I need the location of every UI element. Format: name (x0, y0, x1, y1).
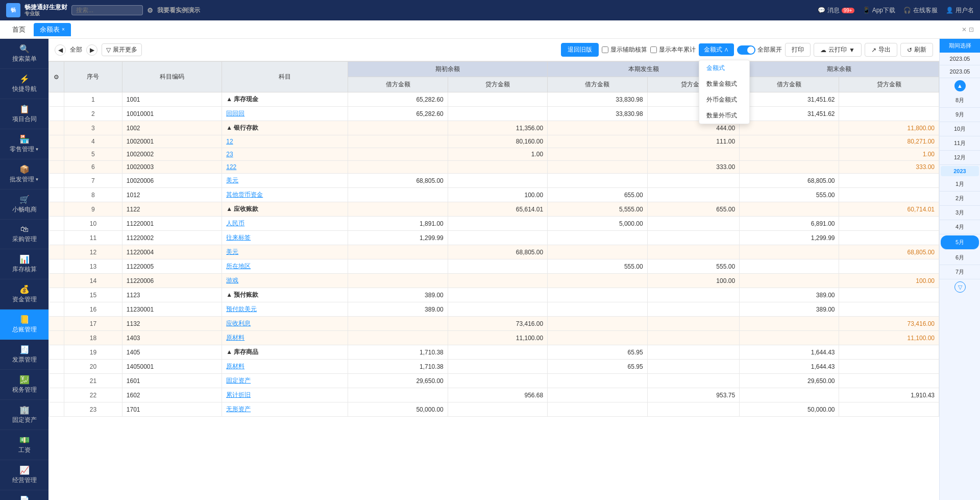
user-area[interactable]: 👤 用户名 (946, 6, 974, 15)
row-curr-debit (548, 274, 647, 288)
row-curr-debit (548, 331, 647, 345)
month-5[interactable]: 5月 (941, 235, 979, 250)
next-year-btn[interactable]: ▽ (954, 281, 966, 293)
demo-link[interactable]: 我要看实例演示 (157, 6, 200, 15)
row-period-credit (448, 217, 547, 231)
sidebar-item-salary-label: 工资 (3, 446, 45, 455)
sidebar-item-invoice[interactable]: 🧾 发票管理 (0, 340, 48, 370)
tab-close-icon[interactable]: × (62, 27, 65, 32)
sidebar-item-project[interactable]: 📋 项目合同 (0, 99, 48, 129)
month-8[interactable]: 8月 (940, 93, 980, 108)
row-settings (49, 107, 64, 121)
sidebar-item-wholesale[interactable]: 📦 批发管理 ▼ (0, 159, 48, 189)
auxiliary-checkbox[interactable] (602, 46, 608, 53)
service-btn[interactable]: 🎧 在线客服 (903, 6, 938, 15)
sidebar-item-capital[interactable]: 💰 资金管理 (0, 279, 48, 309)
expand-all-switch[interactable] (737, 45, 755, 55)
period-2023-05-2[interactable]: 2023.05 (940, 65, 980, 78)
toolbar: ◀ 全部 ▶ ▽ 展开更多 退回旧版 显示辅助核算 显示本年累计 (48, 39, 939, 61)
sidebar-item-search[interactable]: 🔍 搜索菜单 (0, 39, 48, 69)
right-panel: 期间选择 2023.05 2023.05 ▲ 8月 9月 10月 11月 12月… (939, 39, 980, 500)
month-1[interactable]: 1月 (940, 177, 980, 192)
month-10[interactable]: 10月 (940, 122, 980, 136)
sidebar-item-report[interactable]: 📄 小畅报销 (0, 490, 48, 500)
row-name[interactable]: 美元 (222, 174, 348, 188)
row-name[interactable]: 23 (222, 148, 348, 161)
sidebar-item-operation[interactable]: 📈 经营管理 (0, 460, 48, 490)
row-period-debit: 68,805.00 (348, 174, 448, 188)
month-7[interactable]: 7月 (940, 265, 980, 279)
col-settings[interactable]: ⚙ (49, 62, 64, 92)
period-2023-05-1[interactable]: 2023.05 (940, 53, 980, 65)
row-no: 6 (64, 161, 122, 174)
row-name[interactable]: 预付款美元 (222, 302, 348, 317)
sidebar-item-inventory[interactable]: 📊 库存核算 (0, 249, 48, 279)
print-btn[interactable]: 打印 (785, 43, 811, 57)
row-name[interactable]: 无形资产 (222, 402, 348, 417)
refresh-btn[interactable]: ↺ 刷新 (900, 43, 933, 57)
breadcrumb-forward-btn[interactable]: ▶ (86, 44, 97, 56)
row-curr-credit (647, 345, 739, 360)
month-9[interactable]: 9月 (940, 108, 980, 122)
month-2[interactable]: 2月 (940, 192, 980, 206)
row-code: 11230001 (122, 302, 222, 317)
mode-option-qty-foreign[interactable]: 数量外币式 (699, 108, 749, 124)
row-name[interactable]: 固定资产 (222, 374, 348, 388)
month-3[interactable]: 3月 (940, 206, 980, 220)
row-curr-credit (647, 317, 739, 331)
row-name[interactable]: 原材料 (222, 360, 348, 374)
mode-option-amount[interactable]: 金额式 (699, 60, 749, 76)
settings-icon[interactable]: ⚙ (147, 7, 153, 14)
month-6[interactable]: 6月 (940, 251, 980, 265)
ytd-checkbox[interactable] (650, 46, 657, 53)
show-auxiliary-check[interactable]: 显示辅助核算 (602, 45, 647, 54)
prev-year-btn[interactable]: ▲ (954, 80, 966, 91)
month-12[interactable]: 12月 (940, 151, 980, 165)
expand-more-btn[interactable]: ▽ 展开更多 (102, 43, 142, 56)
row-name[interactable]: 原材料 (222, 331, 348, 345)
tab-close-window-icon[interactable]: ✕ (962, 26, 967, 33)
show-ytd-check[interactable]: 显示本年累计 (650, 45, 696, 54)
sidebar-item-ecommerce[interactable]: 🛒 小畅电商 (0, 189, 48, 220)
tab-maximize-icon[interactable]: ⊡ (969, 26, 974, 33)
expand-all-toggle[interactable]: 全部展开 (737, 45, 782, 55)
return-old-btn[interactable]: 退回旧版 (561, 43, 599, 57)
row-period-debit (348, 161, 448, 174)
row-end-debit: 31,451.62 (740, 107, 839, 121)
month-4[interactable]: 4月 (940, 220, 980, 234)
mode-option-qty-amount[interactable]: 数量金额式 (699, 76, 749, 92)
download-btn[interactable]: 📱 App下载 (863, 6, 895, 15)
row-name[interactable]: 游戏 (222, 274, 348, 288)
tab-balance[interactable]: 余额表 × (34, 23, 71, 36)
row-name[interactable]: 所在地区 (222, 259, 348, 274)
row-name[interactable]: 12 (222, 135, 348, 148)
col-name: 科目 (222, 62, 348, 92)
row-period-credit: 1.00 (448, 148, 547, 161)
row-code: 1403 (122, 331, 222, 345)
month-11[interactable]: 11月 (940, 136, 980, 151)
message-btn[interactable]: 💬 消息 99+ (818, 6, 854, 15)
row-name[interactable]: 往来标签 (222, 231, 348, 245)
sidebar-item-retail[interactable]: 🏪 零售管理 ▼ (0, 129, 48, 159)
tab-home[interactable]: 首页 (6, 23, 32, 36)
row-name[interactable]: 应收利息 (222, 317, 348, 331)
sidebar-item-assets[interactable]: 🏢 固定资产 (0, 400, 48, 430)
export-btn[interactable]: ↗ 导出 (865, 43, 897, 57)
sidebar-item-quicknav[interactable]: ⚡ 快捷导航 (0, 69, 48, 99)
row-no: 14 (64, 274, 122, 288)
row-name[interactable]: 美元 (222, 245, 348, 259)
row-name[interactable]: 回回回 (222, 107, 348, 121)
sidebar-item-ledger[interactable]: 📒 总账管理 (0, 309, 48, 340)
row-name[interactable]: 其他货币资金 (222, 188, 348, 202)
cloud-print-btn[interactable]: ☁ 云打印 ▼ (814, 43, 862, 57)
sidebar-item-purchase[interactable]: 🛍 采购管理 (0, 220, 48, 249)
mode-option-foreign[interactable]: 外币金额式 (699, 92, 749, 108)
mode-dropdown-btn[interactable]: 金额式 ∧ (699, 43, 734, 56)
breadcrumb-back-btn[interactable]: ◀ (55, 44, 66, 56)
sidebar-item-salary[interactable]: 💵 工资 (0, 430, 48, 460)
sidebar-item-tax[interactable]: 💹 税务管理 (0, 370, 48, 400)
top-search-input[interactable] (71, 5, 143, 15)
row-name[interactable]: 122 (222, 161, 348, 174)
row-name[interactable]: 人民币 (222, 217, 348, 231)
row-name[interactable]: 累计折旧 (222, 388, 348, 402)
